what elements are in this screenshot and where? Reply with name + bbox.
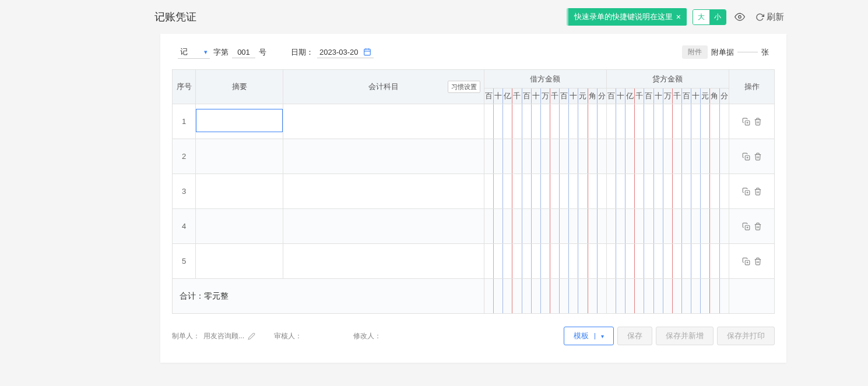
amount-digit-cell[interactable] — [635, 209, 644, 244]
amount-digit-cell[interactable] — [484, 104, 494, 139]
preview-button[interactable] — [732, 9, 747, 24]
copy-icon[interactable] — [740, 222, 752, 231]
amount-digit-cell[interactable] — [569, 174, 578, 209]
amount-digit-cell[interactable] — [616, 209, 625, 244]
subject-cell[interactable] — [283, 209, 484, 244]
amount-digit-cell[interactable] — [606, 209, 616, 244]
amount-digit-cell[interactable] — [625, 209, 635, 244]
amount-digit-cell[interactable] — [512, 139, 522, 174]
amount-digit-cell[interactable] — [588, 174, 597, 209]
amount-digit-cell[interactable] — [606, 174, 616, 209]
amount-digit-cell[interactable] — [597, 209, 606, 244]
amount-digit-cell[interactable] — [644, 244, 653, 279]
amount-digit-cell[interactable] — [512, 209, 522, 244]
amount-digit-cell[interactable] — [616, 139, 625, 174]
subject-cell[interactable] — [283, 139, 484, 174]
copy-icon[interactable] — [740, 152, 752, 161]
amount-digit-cell[interactable] — [635, 174, 644, 209]
habit-settings-button[interactable]: 习惯设置 — [448, 81, 480, 93]
trash-icon[interactable] — [752, 187, 764, 196]
amount-digit-cell[interactable] — [710, 139, 719, 174]
amount-digit-cell[interactable] — [653, 139, 663, 174]
amount-digit-cell[interactable] — [644, 139, 653, 174]
amount-digit-cell[interactable] — [512, 104, 522, 139]
copy-icon[interactable] — [740, 187, 752, 196]
amount-digit-cell[interactable] — [494, 104, 503, 139]
amount-digit-cell[interactable] — [550, 244, 559, 279]
amount-digit-cell[interactable] — [531, 104, 540, 139]
summary-cell[interactable] — [196, 174, 283, 209]
copy-icon[interactable] — [740, 117, 752, 126]
amount-digit-cell[interactable] — [560, 139, 569, 174]
amount-digit-cell[interactable] — [597, 244, 606, 279]
amount-digit-cell[interactable] — [672, 104, 681, 139]
amount-digit-cell[interactable] — [494, 139, 503, 174]
amount-digit-cell[interactable] — [560, 209, 569, 244]
amount-digit-cell[interactable] — [531, 209, 540, 244]
amount-digit-cell[interactable] — [512, 244, 522, 279]
amount-digit-cell[interactable] — [503, 244, 512, 279]
amount-digit-cell[interactable] — [710, 209, 719, 244]
amount-digit-cell[interactable] — [531, 139, 540, 174]
amount-digit-cell[interactable] — [531, 174, 540, 209]
amount-digit-cell[interactable] — [710, 104, 719, 139]
amount-digit-cell[interactable] — [503, 139, 512, 174]
amount-digit-cell[interactable] — [578, 244, 588, 279]
amount-digit-cell[interactable] — [550, 104, 559, 139]
amount-digit-cell[interactable] — [606, 104, 616, 139]
copy-icon[interactable] — [740, 257, 752, 265]
amount-digit-cell[interactable] — [540, 139, 550, 174]
amount-digit-cell[interactable] — [560, 244, 569, 279]
amount-digit-cell[interactable] — [597, 174, 606, 209]
amount-digit-cell[interactable] — [663, 244, 672, 279]
amount-digit-cell[interactable] — [578, 174, 588, 209]
amount-digit-cell[interactable] — [625, 104, 635, 139]
summary-input[interactable] — [196, 214, 283, 236]
amount-digit-cell[interactable] — [701, 104, 710, 139]
subject-cell[interactable] — [283, 174, 484, 209]
save-and-print-button[interactable]: 保存并打印 — [717, 327, 775, 345]
subject-cell[interactable] — [283, 244, 484, 279]
summary-input[interactable] — [196, 144, 283, 167]
amount-digit-cell[interactable] — [540, 244, 550, 279]
amount-digit-cell[interactable] — [635, 104, 644, 139]
amount-digit-cell[interactable] — [719, 139, 729, 174]
amount-digit-cell[interactable] — [635, 244, 644, 279]
amount-digit-cell[interactable] — [691, 139, 701, 174]
amount-digit-cell[interactable] — [540, 174, 550, 209]
amount-digit-cell[interactable] — [540, 209, 550, 244]
amount-digit-cell[interactable] — [503, 104, 512, 139]
amount-digit-cell[interactable] — [578, 139, 588, 174]
amount-digit-cell[interactable] — [484, 209, 494, 244]
amount-digit-cell[interactable] — [681, 209, 691, 244]
close-icon[interactable]: × — [676, 12, 681, 22]
amount-digit-cell[interactable] — [588, 244, 597, 279]
amount-digit-cell[interactable] — [691, 174, 701, 209]
chevron-down-icon[interactable]: ▾ — [595, 333, 604, 339]
amount-digit-cell[interactable] — [701, 244, 710, 279]
summary-input[interactable] — [196, 179, 283, 201]
summary-cell[interactable] — [196, 209, 283, 244]
summary-input[interactable] — [196, 109, 283, 132]
summary-cell[interactable] — [196, 244, 283, 279]
amount-digit-cell[interactable] — [484, 139, 494, 174]
amount-digit-cell[interactable] — [522, 139, 531, 174]
amount-digit-cell[interactable] — [569, 244, 578, 279]
amount-digit-cell[interactable] — [512, 174, 522, 209]
amount-digit-cell[interactable] — [569, 104, 578, 139]
amount-digit-cell[interactable] — [494, 244, 503, 279]
trash-icon[interactable] — [752, 152, 764, 161]
amount-digit-cell[interactable] — [672, 174, 681, 209]
attachment-link[interactable]: 附单据 — [711, 47, 734, 58]
amount-digit-cell[interactable] — [710, 174, 719, 209]
subject-cell[interactable] — [283, 104, 484, 139]
amount-digit-cell[interactable] — [484, 174, 494, 209]
amount-digit-cell[interactable] — [691, 244, 701, 279]
amount-digit-cell[interactable] — [606, 244, 616, 279]
template-button[interactable]: 模板 ▾ — [564, 327, 614, 345]
amount-digit-cell[interactable] — [710, 244, 719, 279]
amount-digit-cell[interactable] — [663, 104, 672, 139]
trash-icon[interactable] — [752, 257, 764, 265]
amount-digit-cell[interactable] — [644, 174, 653, 209]
amount-digit-cell[interactable] — [588, 209, 597, 244]
